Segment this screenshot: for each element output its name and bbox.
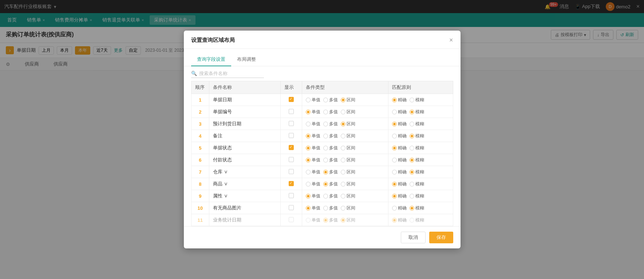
dialog-search-area: 🔍 (184, 66, 461, 71)
tab-query-fields-label: 查询字段设置 (197, 56, 225, 62)
tab-query-fields[interactable]: 查询字段设置 (191, 53, 231, 66)
settings-dialog: 设置查询区域布局 × 查询字段设置 布局调整 🔍 顺序 (184, 31, 461, 71)
dialog-overlay: 设置查询区域布局 × 查询字段设置 布局调整 🔍 顺序 (0, 0, 644, 71)
dialog-close-button[interactable]: × (449, 36, 453, 44)
dialog-header: 设置查询区域布局 × (184, 31, 461, 49)
tab-layout[interactable]: 布局调整 (231, 53, 262, 66)
tab-layout-label: 布局调整 (237, 56, 256, 62)
dialog-title: 设置查询区域布局 (191, 37, 235, 44)
dialog-tabs: 查询字段设置 布局调整 (184, 49, 461, 66)
